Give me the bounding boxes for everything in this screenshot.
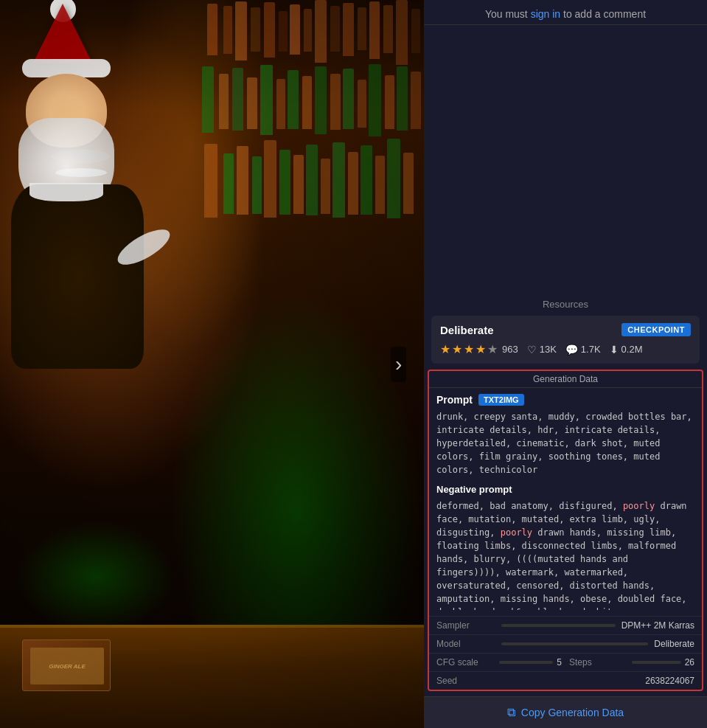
star-2: ★ — [452, 342, 462, 356]
star-5: ★ — [487, 342, 498, 356]
model-value: Deliberate — [654, 639, 694, 649]
heart-icon: ♡ — [527, 344, 537, 356]
cfg-label: CFG scale — [436, 657, 495, 668]
generation-data-header: Generation Data — [429, 371, 702, 388]
sampler-label: Sampler — [436, 620, 495, 631]
steps-bar — [632, 661, 681, 664]
star-1: ★ — [440, 342, 450, 356]
main-image: GINGER ALE — [0, 0, 424, 728]
bottles-background — [188, 0, 424, 413]
downloads-count: 0.2M — [621, 344, 643, 355]
checkpoint-card: Deliberate CHECKPOINT ★ ★ ★ ★ ★ 963 ♡ 13… — [431, 316, 700, 364]
cfg-steps-row: CFG scale 5 Steps 26 — [429, 653, 702, 671]
prompt-header-row: Prompt TXT2IMG — [436, 394, 694, 406]
downloads-stat: ⬇ 0.2M — [610, 344, 643, 356]
seed-value: 2638224067 — [481, 676, 694, 686]
copy-button-label: Copy Generation Data — [521, 707, 624, 718]
rating-stars: ★ ★ ★ ★ ★ 963 — [440, 342, 518, 356]
image-panel: GINGER ALE › — [0, 0, 424, 728]
rating-count: 963 — [502, 344, 518, 355]
model-label: Model — [436, 639, 495, 649]
star-4: ★ — [476, 342, 486, 356]
copy-icon: ⧉ — [507, 706, 515, 719]
bar-counter: GINGER ALE — [0, 625, 424, 728]
santa-figure — [11, 15, 217, 384]
download-icon: ⬇ — [610, 344, 619, 356]
txt2img-badge: TXT2IMG — [478, 394, 524, 406]
cfg-pair: CFG scale 5 — [436, 657, 562, 668]
checkpoint-name[interactable]: Deliberate — [440, 324, 494, 336]
model-bar — [501, 642, 648, 645]
steps-pair: Steps 26 — [569, 657, 694, 668]
copy-generation-data-button[interactable]: ⧉ Copy Generation Data — [424, 696, 707, 728]
generation-data-body: Prompt TXT2IMG drunk, creepy santa, mudd… — [429, 388, 702, 616]
star-3: ★ — [464, 342, 474, 356]
seed-row: Seed 2638224067 — [429, 671, 702, 690]
comments-stat: 💬 1.7K — [565, 344, 601, 356]
next-arrow[interactable]: › — [391, 347, 406, 382]
resources-section-label: Resources — [424, 293, 707, 316]
likes-stat: ♡ 13K — [527, 344, 557, 356]
comments-count: 1.7K — [581, 344, 601, 355]
prompt-label: Prompt — [436, 394, 473, 406]
cfg-value: 5 — [557, 657, 562, 668]
steps-value: 26 — [685, 657, 694, 668]
sign-in-prompt: You must sign in to add a comment — [485, 8, 646, 20]
cfg-bar — [499, 661, 553, 664]
sampler-bar — [501, 624, 616, 627]
likes-count: 13K — [540, 344, 557, 355]
seed-label: Seed — [436, 676, 481, 686]
sampler-value: DPM++ 2M Karras — [621, 620, 694, 631]
negative-prompt-label: Negative prompt — [436, 484, 694, 495]
checkpoint-badge: CHECKPOINT — [621, 323, 691, 336]
model-row: Model Deliberate — [429, 634, 702, 653]
right-panel: You must sign in to add a comment Resour… — [424, 0, 707, 728]
steps-label: Steps — [569, 657, 628, 668]
sign-in-link[interactable]: sign in — [531, 8, 560, 20]
sampler-row: Sampler DPM++ 2M Karras — [429, 616, 702, 634]
generation-data-section: Generation Data Prompt TXT2IMG drunk, cr… — [428, 370, 703, 691]
comment-icon: 💬 — [565, 344, 578, 356]
negative-prompt-text: deformed, bad anatomy, disfigured, poorl… — [436, 499, 694, 610]
comment-section: You must sign in to add a comment — [424, 0, 707, 25]
prompt-text: drunk, creepy santa, muddy, crowded bott… — [436, 410, 694, 476]
empty-content-area — [424, 25, 707, 293]
negative-prompt-container: deformed, bad anatomy, disfigured, poorl… — [436, 499, 694, 610]
